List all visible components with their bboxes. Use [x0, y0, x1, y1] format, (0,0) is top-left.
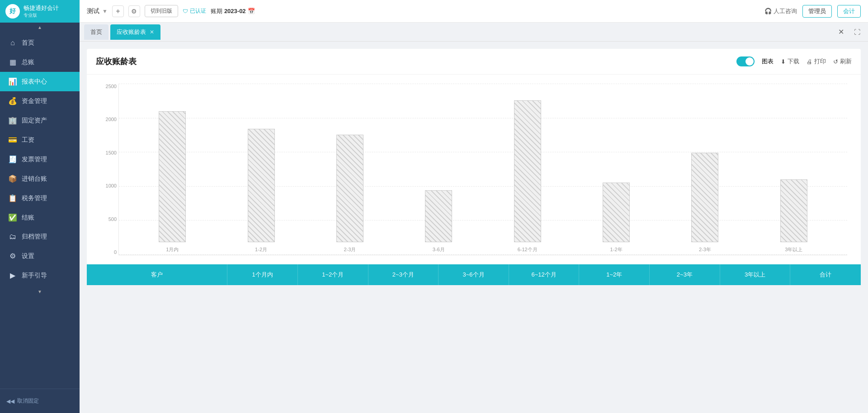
unfix-icon: ◀◀ [6, 398, 14, 404]
tab-close-icon[interactable]: ✕ [150, 29, 154, 35]
shield-icon: 🛡 [183, 8, 188, 14]
table-header-cell-4: 3~6个月 [439, 264, 509, 285]
table-area: 客户1个月内1~2个月2~3个月3~6个月6~12个月1~2年2~3年3年以上合… [87, 264, 861, 285]
scroll-up-arrow[interactable]: ▲ [0, 23, 80, 32]
sidebar-item-invoices[interactable]: 🧾发票管理 [0, 150, 80, 169]
table-header-cell-0: 客户 [87, 264, 227, 285]
x-label-3年以上: 3年以上 [780, 246, 807, 253]
report-header: 应收账龄表 图表 ⬇ 下载 🖨 打印 [87, 49, 861, 75]
role-button[interactable]: 会计 [837, 5, 861, 18]
company-name: 测试 [87, 7, 99, 15]
x-label-6-12个月: 6-12个月 [514, 246, 541, 253]
refresh-icon: ↺ [833, 58, 838, 65]
nav-label-inventory: 进销台账 [22, 175, 47, 183]
company-selector[interactable]: 测试 ▼ [87, 7, 108, 15]
sidebar-item-inventory[interactable]: 📦进销台账 [0, 169, 80, 188]
tab-bar: 首页 应收账龄表 ✕ ✕ ⛶ [80, 23, 868, 42]
bar-1-2月 [248, 129, 275, 242]
bar-group-1月内 [159, 111, 186, 242]
nav-label-home: 首页 [22, 39, 34, 47]
expand-window-button[interactable]: ⛶ [851, 26, 863, 38]
nav-icon-ledger: ▦ [8, 58, 17, 66]
print-button[interactable]: 🖨 打印 [807, 57, 826, 66]
tab-aging-report[interactable]: 应收账龄表 ✕ [110, 24, 160, 40]
y-label-0: 0 [99, 249, 117, 255]
certified-badge: 🛡 已认证 [183, 7, 206, 15]
app-logo-icon: 好 [5, 4, 20, 19]
headset-icon: 🎧 [764, 8, 772, 14]
report-wrapper: 应收账龄表 图表 ⬇ 下载 🖨 打印 [87, 49, 861, 285]
sidebar-item-reports[interactable]: 📊报表中心 [0, 72, 80, 91]
chart-toggle[interactable] [736, 56, 755, 66]
content-area: 首页 应收账龄表 ✕ ✕ ⛶ 应收账龄表 图表 [80, 23, 868, 413]
bar-group-3-6月 [425, 190, 452, 242]
nav-icon-reports: 📊 [8, 77, 17, 86]
x-label-1-2月: 1-2月 [248, 246, 275, 253]
print-icon: 🖨 [807, 58, 812, 65]
table-header-cell-5: 6~12个月 [509, 264, 580, 285]
table-header: 客户1个月内1~2个月2~3个月3~6个月6~12个月1~2年2~3年3年以上合… [87, 264, 861, 285]
nav-label-assets: 固定资产 [22, 117, 47, 125]
unfix-label: 取消固定 [17, 397, 39, 405]
bar-6-12个月 [514, 100, 541, 242]
sidebar-item-settings[interactable]: ⚙设置 [0, 246, 80, 266]
unfix-button[interactable]: ◀◀ 取消固定 [0, 393, 80, 409]
nav-label-funds: 资金管理 [22, 97, 47, 105]
switch-old-version-button[interactable]: 切到旧版 [145, 5, 178, 17]
bar-group-1-2月 [248, 129, 275, 242]
bars-area [119, 84, 847, 242]
bar-1月内 [159, 111, 186, 242]
main-area: 测试 ▼ + ⚙ 切到旧版 🛡 已认证 账期 2023-02 📅 🎧 人工咨询 … [80, 0, 868, 413]
tab-home-label: 首页 [90, 28, 102, 36]
nav-icon-settlement: ✅ [8, 213, 17, 222]
topbar-settings-button[interactable]: ⚙ [128, 5, 140, 17]
tab-aging-label: 应收账龄表 [117, 28, 146, 36]
nav-icon-archive: 🗂 [8, 233, 17, 241]
close-window-button[interactable]: ✕ [835, 26, 847, 38]
bar-3年以上 [780, 179, 807, 242]
nav-label-tax: 税务管理 [22, 194, 47, 202]
sidebar-item-wages[interactable]: 💳工资 [0, 130, 80, 150]
table-header-cell-8: 3年以上 [720, 264, 791, 285]
tab-home[interactable]: 首页 [84, 24, 108, 40]
sidebar-item-assets[interactable]: 🏢固定资产 [0, 111, 80, 130]
bar-group-2-3年 [691, 153, 718, 242]
nav-icon-assets: 🏢 [8, 116, 17, 125]
x-label-1月内: 1月内 [159, 246, 186, 253]
refresh-button[interactable]: ↺ 刷新 [833, 57, 852, 66]
add-company-button[interactable]: + [112, 5, 124, 17]
sidebar-item-funds[interactable]: 💰资金管理 [0, 91, 80, 111]
calendar-icon[interactable]: 📅 [248, 8, 255, 14]
nav-label-wages: 工资 [22, 136, 34, 144]
sidebar-item-ledger[interactable]: ▦总账 [0, 52, 80, 72]
nav-label-invoices: 发票管理 [22, 155, 47, 164]
y-label-2500: 2500 [99, 84, 117, 89]
sidebar-item-tax[interactable]: 📋税务管理 [0, 188, 80, 208]
nav-icon-inventory: 📦 [8, 174, 17, 183]
nav-icon-tax: 📋 [8, 194, 17, 202]
x-label-3-6月: 3-6月 [425, 246, 452, 253]
sidebar-nav-scroll: ▲ ⌂首页▦总账📊报表中心💰资金管理🏢固定资产💳工资🧾发票管理📦进销台账📋税务管… [0, 23, 80, 389]
sidebar-item-home[interactable]: ⌂首页 [0, 33, 80, 52]
bar-group-6-12个月 [514, 100, 541, 242]
sidebar-item-archive[interactable]: 🗂归档管理 [0, 227, 80, 246]
scroll-down-arrow[interactable]: ▼ [0, 287, 80, 296]
table-header-cell-3: 2~3个月 [368, 264, 439, 285]
y-label-500: 500 [99, 216, 117, 222]
download-button[interactable]: ⬇ 下载 [781, 57, 799, 66]
chart-container: 05001000150020002500 1月内1-2月2-3月3-6月6-12… [118, 84, 847, 255]
x-label-2-3月: 2-3月 [336, 246, 363, 253]
report-title: 应收账龄表 [96, 56, 137, 67]
table-header-cell-7: 2~3年 [650, 264, 720, 285]
sidebar-item-guide[interactable]: ▶新手引导 [0, 266, 80, 285]
bar-2-3年 [691, 153, 718, 242]
table-header-cell-6: 1~2年 [579, 264, 650, 285]
nav-icon-settings: ⚙ [8, 252, 17, 260]
user-button[interactable]: 管理员 [802, 5, 832, 18]
x-labels: 1月内1-2月2-3月3-6月6-12个月1-2年2-3年3年以上 [119, 246, 847, 253]
consult-button[interactable]: 🎧 人工咨询 [764, 7, 797, 15]
nav-label-settlement: 结账 [22, 214, 34, 222]
sidebar-item-settlement[interactable]: ✅结账 [0, 208, 80, 227]
page-content: 应收账龄表 图表 ⬇ 下载 🖨 打印 [80, 42, 868, 413]
sidebar-logo: 好 畅捷通好会计 专业版 [0, 0, 80, 23]
